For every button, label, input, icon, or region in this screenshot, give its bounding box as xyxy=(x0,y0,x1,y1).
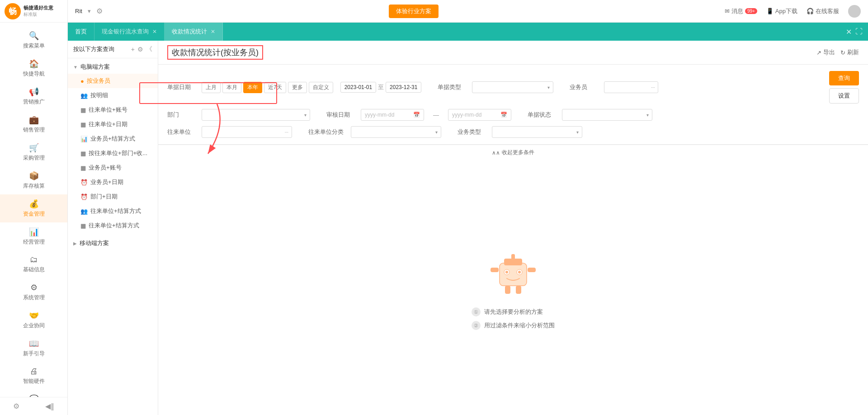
left-panel: 按以下方案查询 + ⚙ 《 ▼ 电脑端方案 ● xyxy=(68,41,158,415)
review-date-to[interactable]: yyyy-mm-dd 📅 xyxy=(448,109,511,121)
left-panel-add-btn[interactable]: + xyxy=(131,46,135,53)
left-panel-collapse-btn[interactable]: 《 xyxy=(146,45,152,53)
query-button[interactable]: 查询 xyxy=(829,71,859,85)
operation-icon: 📊 xyxy=(29,227,39,237)
date-tab-last-7[interactable]: 近7天 xyxy=(264,82,286,93)
online-service-label: 在线客服 xyxy=(816,7,839,15)
tab-home[interactable]: 首页 xyxy=(68,23,94,41)
sidebar-item-inventory[interactable]: 📦 库存核算 xyxy=(0,166,67,194)
dept-date-label: 部门+日期 xyxy=(90,193,118,201)
filter-row-3: 往来单位 ··· 往来单位分类 ▾ 业务类型 xyxy=(167,126,859,138)
unit-date-icon: ▦ xyxy=(80,121,86,128)
tree-item-staff-settle[interactable]: 📊 业务员+结算方式 xyxy=(68,132,158,146)
tree-item-staff-date[interactable]: ⏰ 业务员+日期 xyxy=(68,175,158,189)
svg-rect-8 xyxy=(491,268,499,272)
settings-button[interactable]: 设置 xyxy=(829,88,859,104)
review-date-from[interactable]: yyyy-mm-dd 📅 xyxy=(361,109,424,121)
tree-item-unit-settle2[interactable]: ▦ 往来单位+结算方式 xyxy=(68,218,158,233)
page-header: 收款情况统计(按业务员) ↗ 导出 ↻ 刷新 xyxy=(158,41,868,65)
sidebar-collapse-btn[interactable]: ◀‖ xyxy=(45,402,54,410)
logo-badge: 标准版 xyxy=(24,11,53,18)
svg-point-7 xyxy=(518,271,521,274)
doc-status-select-wrapper: ▾ xyxy=(562,109,652,121)
business-type-select[interactable] xyxy=(492,126,582,138)
review-date-separator: — xyxy=(431,112,441,118)
left-panel-settings-btn[interactable]: ⚙ xyxy=(137,46,143,53)
staff-date-label: 业务员+日期 xyxy=(90,178,123,186)
tree-item-unit-dept-collect[interactable]: ▦ 按往来单位+部门+收... xyxy=(68,146,158,160)
sidebar-settings-btn[interactable]: ⚙ xyxy=(13,402,19,410)
sidebar-item-sales[interactable]: 💼 销售管理 xyxy=(0,110,67,138)
staff-select[interactable] xyxy=(604,81,658,93)
doc-status-select[interactable] xyxy=(562,109,652,121)
message-btn[interactable]: ✉ 消息 99+ xyxy=(725,7,757,15)
app-download-icon: 📱 xyxy=(766,8,774,14)
tree-section-mobile-header[interactable]: ▶ 移动端方案 xyxy=(68,236,158,250)
date-tabs: 上月 本月 本年 近7天 更多 自定义 xyxy=(202,82,333,93)
sidebar-item-hardware[interactable]: 🖨 智能硬件 xyxy=(0,362,67,390)
guide-icon: 📖 xyxy=(29,339,39,349)
tab-close-all-icon[interactable]: ✕ xyxy=(846,28,852,36)
sidebar-item-quick-nav[interactable]: 🏠 快捷导航 xyxy=(0,54,67,82)
tab-collection-stats-close[interactable]: ✕ xyxy=(211,28,215,35)
tree-item-by-detail[interactable]: 👥 按明细 xyxy=(68,88,158,103)
doc-type-select[interactable] xyxy=(472,81,553,93)
date-tab-more[interactable]: 更多 xyxy=(288,82,307,93)
refresh-icon: ↻ xyxy=(840,49,845,56)
tree-item-by-staff[interactable]: ● 按业务员 xyxy=(68,74,158,88)
collapse-bar[interactable]: ∧∧ 收起更多条件 xyxy=(158,145,868,160)
tree-item-dept-date[interactable]: ⏰ 部门+日期 xyxy=(68,189,158,204)
sidebar-item-enterprise[interactable]: 🤝 企业协同 xyxy=(0,306,67,334)
tree-item-unit-date[interactable]: ▦ 往来单位+日期 xyxy=(68,117,158,132)
online-service-btn[interactable]: 🎧 在线客服 xyxy=(807,7,839,15)
tree-item-unit-account[interactable]: ▦ 往来单位+账号 xyxy=(68,103,158,117)
online-service-icon: 🎧 xyxy=(807,8,814,14)
date-tab-this-year[interactable]: 本年 xyxy=(243,82,262,93)
dept-select-wrapper: ▾ xyxy=(202,109,310,121)
sidebar-item-basic[interactable]: 🗂 基础信息 xyxy=(0,250,67,278)
counterpart-category-select[interactable] xyxy=(351,126,441,138)
date-tab-custom[interactable]: 自定义 xyxy=(309,82,333,93)
app-download-btn[interactable]: 📱 App下载 xyxy=(766,7,797,15)
pc-section-label: 电脑端方案 xyxy=(80,63,110,71)
sidebar-item-guide[interactable]: 📖 新手引导 xyxy=(0,334,67,362)
tab-bank-flow-close[interactable]: ✕ xyxy=(152,28,157,35)
counterpart-label: 往来单位 xyxy=(167,128,194,136)
export-btn[interactable]: ↗ 导出 xyxy=(816,48,835,57)
refresh-btn[interactable]: ↻ 刷新 xyxy=(840,48,859,57)
sidebar-item-search-menu[interactable]: 🔍 搜索菜单 xyxy=(0,26,67,54)
dept-date-icon: ⏰ xyxy=(80,193,88,200)
hardware-icon: 🖨 xyxy=(30,367,38,376)
system-icon: ⚙ xyxy=(30,283,38,292)
tab-collection-stats[interactable]: 收款情况统计 ✕ xyxy=(165,23,223,41)
sidebar-item-operation[interactable]: 📊 经营管理 xyxy=(0,222,67,250)
user-chevron-icon[interactable]: ▾ xyxy=(88,8,91,14)
business-type-label: 业务类型 xyxy=(458,128,485,136)
tab-maximize-icon[interactable]: ⛶ xyxy=(855,28,863,36)
settings-icon[interactable]: ⚙ xyxy=(96,7,103,15)
left-panel-title: 按以下方案查询 xyxy=(73,45,114,53)
sidebar-item-purchase[interactable]: 🛒 采购管理 xyxy=(0,138,67,166)
date-tab-this-month[interactable]: 本月 xyxy=(222,82,241,93)
page-content: 按以下方案查询 + ⚙ 《 ▼ 电脑端方案 ● xyxy=(68,41,868,415)
dept-select[interactable] xyxy=(202,109,310,121)
inventory-icon: 📦 xyxy=(29,171,39,181)
counterpart-select[interactable] xyxy=(202,126,292,138)
tree-section-pc-header[interactable]: ▼ 电脑端方案 xyxy=(68,60,158,74)
tree-item-unit-settle[interactable]: 👥 往来单位+结算方式 xyxy=(68,204,158,218)
doc-type-select-wrapper: ▾ xyxy=(472,81,553,93)
tab-bank-flow[interactable]: 现金银行流水查询 ✕ xyxy=(94,23,165,41)
page-title: 收款情况统计(按业务员) xyxy=(167,45,263,60)
user-avatar[interactable] xyxy=(848,5,861,18)
tree-item-staff-account[interactable]: ▦ 业务员+账号 xyxy=(68,160,158,175)
trial-industry-btn[interactable]: 体验行业方案 xyxy=(389,5,439,18)
date-tab-last-month[interactable]: 上月 xyxy=(202,82,221,93)
unit-date-label: 往来单位+日期 xyxy=(89,120,127,128)
sidebar-item-finance[interactable]: 💰 资金管理 xyxy=(0,194,67,222)
filter-area: 单据日期 上月 本月 本年 近7天 更多 自定义 2023-01-01 xyxy=(158,65,868,145)
sidebar-item-wechat[interactable]: 💬 企业微信 xyxy=(0,390,67,397)
sidebar-item-system[interactable]: ⚙ 系统管理 xyxy=(0,278,67,306)
sidebar-item-marketing[interactable]: 📢 营销推广 xyxy=(0,82,67,110)
svg-rect-11 xyxy=(516,286,521,294)
tab-actions: ✕ ⛶ xyxy=(840,23,868,41)
